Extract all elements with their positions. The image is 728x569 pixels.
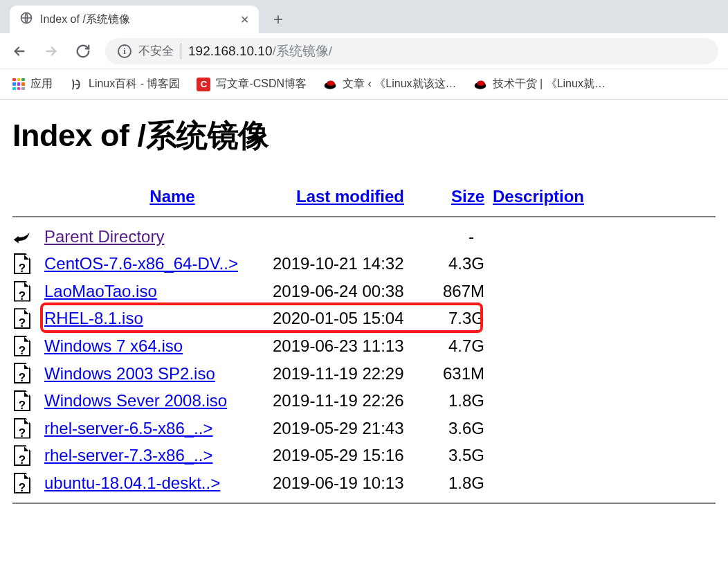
new-tab-button[interactable]: + <box>266 7 291 32</box>
file-modified: 2019-06-19 10:13 <box>273 469 428 497</box>
file-size: 4.3G <box>428 250 484 278</box>
file-row: CentOS-7.6-x86_64-DV..>2019-10-21 14:324… <box>12 250 716 278</box>
unknown-file-icon <box>12 307 32 329</box>
file-row: Windows 7 x64.iso2019-06-23 11:134.7G <box>12 332 716 360</box>
unknown-file-icon <box>12 362 32 384</box>
file-row: LaoMaoTao.iso2019-06-24 00:38867M <box>12 278 716 305</box>
bookmark-item[interactable]: 文章 ‹ 《Linux就该这… <box>323 77 456 91</box>
svg-point-2 <box>327 80 335 86</box>
url-text: 192.168.10.10/系统镜像/ <box>188 42 332 60</box>
unknown-file-icon <box>12 472 32 494</box>
file-row: rhel-server-7.3-x86_..>2019-05-29 15:163… <box>12 442 716 469</box>
unknown-file-icon <box>12 253 32 275</box>
file-size: 4.7G <box>428 332 484 360</box>
bookmark-label: 文章 ‹ 《Linux就该这… <box>343 77 456 91</box>
parent-directory-row: Parent Directory- <box>12 223 716 251</box>
file-size: 1.8G <box>428 387 484 415</box>
bookmark-item[interactable]: C写文章-CSDN博客 <box>197 77 307 91</box>
col-last-modified[interactable]: Last modified <box>273 183 428 210</box>
file-modified: 2019-06-24 00:38 <box>273 278 428 305</box>
file-link[interactable]: Windows Sever 2008.iso <box>44 387 273 415</box>
unknown-file-icon <box>12 335 32 357</box>
file-link[interactable]: Windows 7 x64.iso <box>44 332 273 360</box>
file-row: Windows Sever 2008.iso2019-11-19 22:261.… <box>12 387 716 415</box>
file-modified: 2019-05-29 15:16 <box>273 442 428 469</box>
file-modified: 2019-11-19 22:26 <box>273 387 428 415</box>
url-host: 192.168.10.10 <box>188 44 273 58</box>
file-link[interactable]: Windows 2003 SP2.iso <box>44 360 273 388</box>
parent-directory-link[interactable]: Parent Directory <box>44 223 273 251</box>
file-size: 1.8G <box>428 469 484 497</box>
tab-strip: Index of /系统镜像 ✕ + <box>0 0 728 33</box>
col-size[interactable]: Size <box>428 183 484 210</box>
file-link[interactable]: LaoMaoTao.iso <box>44 278 273 305</box>
col-name[interactable]: Name <box>44 183 273 210</box>
back-button[interactable] <box>10 42 29 61</box>
tab-title: Index of /系统镜像 <box>40 12 231 27</box>
reload-button[interactable] <box>73 42 93 61</box>
file-link[interactable]: rhel-server-7.3-x86_..> <box>44 442 273 469</box>
browser-toolbar: i 不安全 192.168.10.10/系统镜像/ <box>0 33 728 69</box>
bookmark-item[interactable]: Linux百科 - 博客园 <box>69 77 180 91</box>
globe-icon <box>19 11 33 28</box>
apps-label: 应用 <box>30 77 53 91</box>
bookmark-label: 写文章-CSDN博客 <box>216 77 307 91</box>
file-link[interactable]: RHEL-8.1.iso <box>44 305 273 332</box>
unknown-file-icon <box>12 417 32 440</box>
file-size: 3.5G <box>428 442 484 469</box>
browser-tab[interactable]: Index of /系统镜像 ✕ <box>10 6 259 33</box>
unknown-file-icon <box>12 390 32 412</box>
file-link[interactable]: ubuntu-18.04.1-deskt..> <box>44 469 273 497</box>
file-row: Windows 2003 SP2.iso2019-11-19 22:29631M <box>12 360 716 388</box>
file-size: 3.6G <box>428 415 484 442</box>
redhat-icon <box>323 78 337 91</box>
forward-button[interactable] <box>42 42 61 61</box>
insecure-label: 不安全 <box>138 43 174 59</box>
redhat-icon <box>473 78 487 91</box>
file-modified: 2020-01-05 15:04 <box>273 305 428 332</box>
unknown-file-icon <box>12 444 32 467</box>
cnblogs-icon <box>69 78 83 91</box>
directory-listing: Name Last modified Size Description Pare… <box>12 183 716 504</box>
svg-point-4 <box>477 80 485 86</box>
file-modified: 2019-10-21 14:32 <box>273 250 428 278</box>
parent-dir-icon <box>12 225 32 247</box>
csdn-icon: C <box>197 78 210 91</box>
bookmark-item[interactable]: 技术干货 | 《Linux就… <box>473 77 606 91</box>
file-size: 867M <box>428 278 484 305</box>
header-separator <box>12 216 716 217</box>
site-info-icon[interactable]: i <box>118 44 131 58</box>
file-modified: 2019-06-23 11:13 <box>273 332 428 360</box>
apps-icon <box>12 78 25 91</box>
bookmark-label: Linux百科 - 博客园 <box>89 77 180 91</box>
file-link[interactable]: CentOS-7.6-x86_64-DV..> <box>44 250 273 278</box>
listing-header: Name Last modified Size Description <box>12 183 716 210</box>
page-content: Index of /系统镜像 Name Last modified Size D… <box>0 100 728 519</box>
omnibox-divider <box>181 44 181 59</box>
file-row: ubuntu-18.04.1-deskt..>2019-06-19 10:131… <box>12 469 716 497</box>
file-size: 631M <box>428 360 484 388</box>
bookmarks-bar: 应用 Linux百科 - 博客园C写文章-CSDN博客文章 ‹ 《Linux就该… <box>0 69 728 100</box>
url-path: /系统镜像/ <box>273 44 333 58</box>
file-modified: 2019-05-29 21:43 <box>273 415 428 442</box>
page-title: Index of /系统镜像 <box>12 115 716 156</box>
file-link[interactable]: rhel-server-6.5-x86_..> <box>44 415 273 442</box>
file-size: 7.3G <box>428 305 484 332</box>
file-row: rhel-server-6.5-x86_..>2019-05-29 21:433… <box>12 415 716 442</box>
file-modified: 2019-11-19 22:29 <box>273 360 428 388</box>
file-row: RHEL-8.1.iso2020-01-05 15:047.3G <box>12 305 716 332</box>
apps-shortcut[interactable]: 应用 <box>12 77 53 91</box>
footer-separator <box>12 503 716 504</box>
bookmark-label: 技术干货 | 《Linux就… <box>493 77 606 91</box>
unknown-file-icon <box>12 280 32 302</box>
address-bar[interactable]: i 不安全 192.168.10.10/系统镜像/ <box>105 38 718 64</box>
col-description[interactable]: Description <box>484 183 588 210</box>
parent-size: - <box>428 223 484 251</box>
tab-close-button[interactable]: ✕ <box>238 13 251 26</box>
